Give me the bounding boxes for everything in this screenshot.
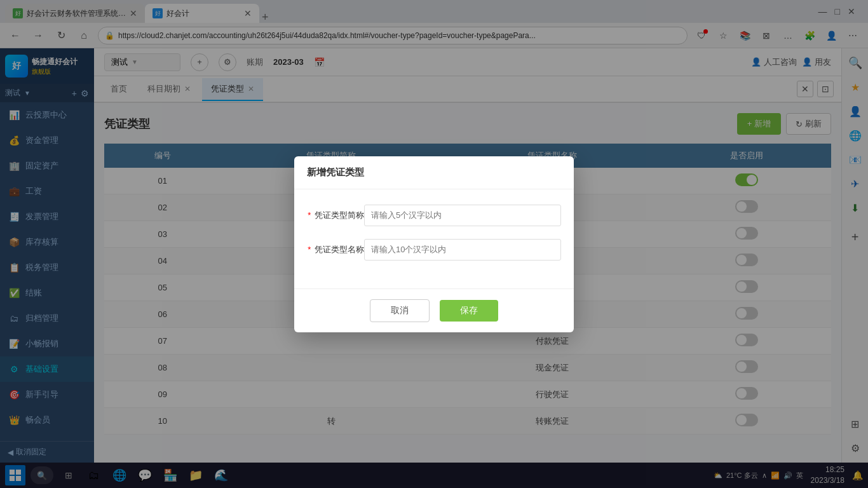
modal-header: 新增凭证类型 — [294, 156, 574, 189]
modal-body: * 凭证类型简称 * 凭证类型名称 — [294, 189, 574, 288]
short-name-row: * 凭证类型简称 — [307, 205, 561, 226]
full-name-input[interactable] — [364, 239, 561, 261]
required-star-2: * — [308, 245, 311, 254]
short-name-input[interactable] — [364, 205, 561, 226]
add-voucher-modal: 新增凭证类型 * 凭证类型简称 * 凭证类型名称 取消 保存 — [294, 156, 574, 332]
modal-overlay: 新增凭证类型 * 凭证类型简称 * 凭证类型名称 取消 保存 — [0, 0, 868, 488]
cancel-button[interactable]: 取消 — [370, 299, 430, 322]
save-button[interactable]: 保存 — [440, 300, 498, 322]
full-name-label: * 凭证类型名称 — [307, 244, 364, 255]
required-star-1: * — [308, 210, 311, 220]
modal-title: 新增凭证类型 — [307, 166, 364, 179]
short-name-label: * 凭证类型简称 — [307, 210, 364, 221]
modal-footer: 取消 保存 — [294, 288, 574, 332]
full-name-row: * 凭证类型名称 — [307, 239, 561, 261]
